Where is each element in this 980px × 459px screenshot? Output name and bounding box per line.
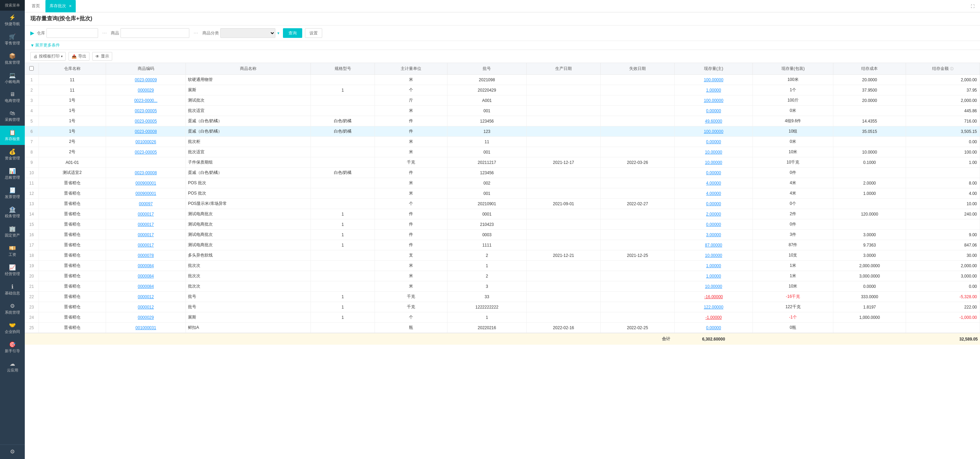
qty-main-link[interactable]: 10.00000 — [705, 253, 722, 258]
sidebar-item-basic-info[interactable]: ℹ 基础信息 — [0, 280, 25, 299]
code-link[interactable]: 000097 — [139, 201, 153, 206]
code-link[interactable]: 0023-00005 — [135, 119, 157, 124]
export-button[interactable]: 📤 导出 — [68, 52, 89, 61]
code-link[interactable]: 001000026 — [135, 139, 156, 144]
qty-main-link[interactable]: 4.00000 — [706, 181, 721, 186]
sidebar-item-purchase[interactable]: 🛍 采购管理 — [0, 107, 25, 126]
tab-close-btn[interactable]: ✕ — [69, 4, 72, 8]
qty-main-link[interactable]: 3.00000 — [706, 233, 721, 237]
table-row: 51号0023-00005蛋减（白色/奶橘）白色/奶橘件12345649.600… — [25, 116, 980, 126]
sidebar-item-retail[interactable]: 🛒 零售管理 — [0, 30, 25, 49]
cell-exp-date — [600, 96, 675, 106]
code-link[interactable]: 0000084 — [138, 263, 154, 268]
code-link[interactable]: 0000012 — [138, 295, 154, 299]
qty-main-link[interactable]: 10.00000 — [705, 284, 722, 289]
sidebar-item-invoice[interactable]: 🧾 发票管理 — [0, 183, 25, 203]
qty-main-link[interactable]: 49.60000 — [705, 119, 722, 124]
code-link[interactable]: 0000029 — [138, 315, 154, 320]
code-link[interactable]: 000900001 — [135, 181, 156, 186]
display-button[interactable]: 👁 显示 — [92, 52, 112, 61]
qty-main-link[interactable]: 2.00000 — [706, 212, 721, 217]
cell-prod-date — [527, 281, 601, 292]
qty-main-link[interactable]: 0.00000 — [706, 171, 721, 175]
qty-main-link[interactable]: 100.00000 — [704, 78, 724, 82]
qty-main-link[interactable]: -1.00000 — [705, 315, 721, 320]
home-link[interactable]: 首页 — [27, 3, 44, 9]
qty-main-link[interactable]: 87.00000 — [705, 243, 722, 247]
code-link[interactable]: 001000031 — [135, 325, 156, 330]
sidebar-logo[interactable]: 搜索菜单 — [0, 0, 25, 11]
code-link[interactable]: 0000084 — [138, 284, 154, 289]
filter-expand-btn[interactable]: ▶ — [30, 30, 34, 36]
sidebar-item-tax[interactable]: 🏦 税务管理 — [0, 203, 25, 222]
code-link[interactable]: 0000012 — [138, 305, 154, 309]
sidebar-item-operation[interactable]: 📈 经营管理 — [0, 261, 25, 280]
qty-main-link[interactable]: 0.00000 — [706, 325, 721, 330]
code-link[interactable]: 0000017 — [138, 212, 154, 217]
code-link[interactable]: 0023-00005 — [135, 150, 157, 155]
sidebar-item-ledger[interactable]: 📊 总账管理 — [0, 164, 25, 183]
qty-main-link[interactable]: 0.00000 — [706, 201, 721, 206]
sidebar-item-quick-nav[interactable]: ⚡ 快捷导航 — [0, 11, 25, 30]
cell-code: 0000017 — [106, 209, 186, 219]
select-all-checkbox[interactable] — [29, 66, 34, 70]
expand-conditions-link[interactable]: ▼ 展开更多条件 — [30, 42, 60, 48]
code-link[interactable]: 000900001 — [135, 191, 156, 196]
qty-main-link[interactable]: 100.00000 — [704, 129, 724, 134]
sidebar-item-system[interactable]: ⚙ 系统管理 — [0, 299, 25, 319]
sidebar-item-cloud[interactable]: ☁ 云应用 — [0, 357, 25, 376]
sidebar-item-micro-ecom[interactable]: 💻 小账电商 — [0, 69, 25, 88]
sidebar-item-salary[interactable]: 💴 工资 — [0, 241, 25, 261]
qty-main-link[interactable]: 100.00000 — [704, 98, 724, 103]
code-link[interactable]: 0000084 — [138, 274, 154, 279]
sidebar-item-wholesale[interactable]: 📦 批发管理 — [0, 49, 25, 69]
qty-main-link[interactable]: 10.00000 — [705, 150, 722, 155]
sidebar-settings[interactable]: ⚙ — [0, 445, 25, 459]
qty-main-link[interactable]: 122.00000 — [704, 305, 724, 309]
sidebar-item-finance[interactable]: 💰 资金管理 — [0, 145, 25, 164]
amount-info-icon[interactable]: ⓘ — [950, 67, 953, 70]
set-button[interactable]: 设置 — [305, 28, 322, 38]
print-button[interactable]: 🖨 按模板打印 ▾ — [30, 52, 66, 61]
code-link[interactable]: 0000017 — [138, 233, 154, 237]
sidebar-item-ecom[interactable]: 🖥 电商管理 — [0, 88, 25, 107]
code-link[interactable]: 0023-00008 — [135, 171, 157, 175]
qty-main-link[interactable]: 1.00000 — [706, 274, 721, 279]
current-tab[interactable]: 库存批次 ✕ — [45, 0, 76, 13]
code-link[interactable]: 0023-00009 — [135, 78, 157, 82]
query-button[interactable]: 查询 — [283, 28, 302, 38]
maximize-btn[interactable]: ⛶ — [968, 3, 977, 9]
code-link[interactable]: 0023-00005 — [135, 108, 157, 113]
code-link[interactable]: 0000017 — [138, 222, 154, 227]
cell-prod-date — [527, 116, 601, 126]
cell-qty-pkg: 3件 — [753, 230, 834, 240]
cell-name: 蛋减（白色/奶橘） — [186, 126, 311, 137]
qty-main-link[interactable]: 1.00000 — [706, 263, 721, 268]
cell-cost: 20.0000 — [834, 96, 906, 106]
cell-prod-date — [527, 75, 601, 85]
goods-input[interactable] — [121, 28, 189, 38]
cell-num: 7 — [25, 137, 38, 147]
sidebar-item-collab[interactable]: 🤝 企业协同 — [0, 319, 25, 338]
qty-main-link[interactable]: 4.00000 — [706, 191, 721, 196]
table-row: 17晋省稻仓0000017测试电商批次1件111187.0000087件9.73… — [25, 240, 980, 250]
code-link[interactable]: 0023-00008 — [135, 129, 157, 134]
qty-main-link[interactable]: 0.00000 — [706, 139, 721, 144]
qty-main-link[interactable]: 10.00000 — [705, 160, 722, 165]
cell-qty-pkg: 0米 — [753, 106, 834, 116]
code-link[interactable]: 0023-0000... — [134, 98, 157, 103]
qty-main-link[interactable]: -16.00000 — [704, 295, 723, 299]
sidebar-item-guide[interactable]: 🎯 新手引导 — [0, 338, 25, 357]
qty-main-link[interactable]: 0.00000 — [706, 108, 721, 113]
warehouse-input[interactable] — [46, 28, 98, 38]
sidebar-item-inventory[interactable]: 📋 库存核查 — [0, 126, 25, 145]
code-link[interactable]: 0000078 — [138, 253, 154, 258]
cell-amount: 2,000.00 — [906, 96, 980, 106]
qty-main-link[interactable]: 0.00000 — [706, 222, 721, 227]
code-link[interactable]: 0000017 — [138, 243, 154, 247]
category-select[interactable] — [220, 28, 275, 38]
code-link[interactable]: 0000029 — [138, 88, 154, 92]
qty-main-link[interactable]: 1.00000 — [706, 88, 721, 92]
sidebar-item-fixed-assets[interactable]: 🏢 固定资产 — [0, 222, 25, 241]
salary-icon: 💴 — [2, 245, 24, 251]
